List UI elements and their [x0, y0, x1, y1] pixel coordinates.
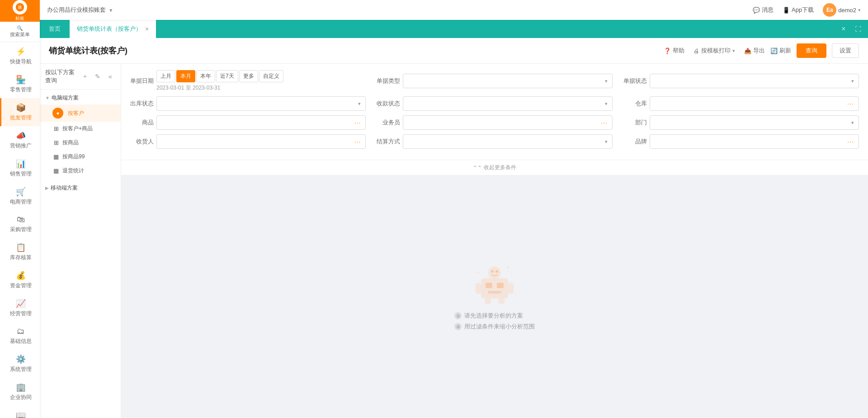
sidebar-search[interactable]: 🔍 搜索菜单 [0, 22, 40, 42]
sidebar-item-basic[interactable]: 🗂 基础信息 [0, 322, 40, 350]
mobile-expand-icon: ▶ [45, 185, 49, 190]
date-btn-last-month[interactable]: 上月 [156, 70, 175, 82]
inventory-icon: 📋 [16, 242, 26, 252]
template-print-btn[interactable]: 🖨 按模板打印 ▾ [690, 44, 739, 57]
svg-rect-3 [488, 291, 501, 294]
topbar: 办公用品行业模拟账套 ▾ 💬 消息 📱 App下载 Ea demo2 ▾ [40, 0, 868, 20]
quicknav-icon: ⚡ [16, 47, 26, 57]
app-download-btn[interactable]: 📱 App下载 [783, 6, 814, 14]
messages-btn[interactable]: 💬 消息 [753, 6, 774, 14]
out-status-select[interactable]: ▾ [156, 96, 366, 111]
collapse-bar[interactable]: ⌃⌃ 收起更多条件 [121, 160, 868, 176]
grid-icon-1: ⊞ [52, 125, 60, 133]
collection-status-select[interactable]: ▾ [403, 96, 612, 111]
receiver-control: ··· [156, 134, 366, 149]
department-filter-item: 部门 ▾ [623, 115, 859, 130]
add-scheme-btn[interactable]: ＋ [80, 71, 90, 81]
scheme-item-by-goods-99[interactable]: ▦ 按商品99 [40, 150, 121, 164]
desktop-group-header[interactable]: ▼ 电脑端方案 [40, 91, 121, 104]
industry-name: 办公用品行业模拟账套 [47, 6, 106, 14]
order-type-control: ▾ [403, 74, 612, 88]
date-btn-more[interactable]: 更多 [239, 70, 258, 82]
order-status-select[interactable]: ▾ [650, 74, 859, 88]
sidebar-item-ecommerce[interactable]: 🛒 电商管理 [0, 182, 40, 210]
dropdown-arrow-icon[interactable]: ▾ [109, 7, 113, 14]
sidebar-item-quick-nav[interactable]: ⚡ 快捷导航 [0, 42, 40, 70]
sidebar-item-sales[interactable]: 📊 销售管理 [0, 154, 40, 182]
out-status-caret: ▾ [358, 101, 361, 107]
edit-scheme-btn[interactable]: ✎ [93, 71, 103, 81]
svg-rect-2 [497, 283, 504, 288]
svg-rect-1 [486, 283, 492, 288]
print-dropdown-icon: ▾ [732, 48, 735, 54]
download-icon: 📱 [783, 7, 790, 14]
tabbar: 首页 销货单统计表（按客户） × × ⛶ [40, 20, 868, 38]
scheme-item-by-customer[interactable]: ● 按客户 [40, 104, 121, 122]
order-status-label: 单据状态 [623, 77, 647, 85]
out-status-control: ▾ [156, 96, 366, 111]
scheme-item-by-customer-goods[interactable]: ⊞ 按客户+商品 [40, 122, 121, 136]
export-icon: 📤 [744, 48, 751, 54]
refresh-icon: 🔄 [770, 48, 778, 54]
date-filter-control: 上月 本月 本年 近7天 更多 自定义 2023-03-01 至 2023-03… [156, 70, 366, 92]
close-tab-btn[interactable]: × [837, 23, 850, 35]
salesperson-dots: ··· [601, 119, 608, 126]
date-filter-item: 单据日期 上月 本月 本年 近7天 更多 自定义 20 [130, 70, 366, 92]
tab-close-icon[interactable]: × [145, 25, 149, 33]
department-select[interactable]: ▾ [650, 115, 859, 130]
sidebar-item-purchase[interactable]: 🛍 采购管理 [0, 210, 40, 238]
filter-area: 单据日期 上月 本月 本年 近7天 更多 自定义 20 [121, 64, 868, 160]
sidebar-item-wholesale[interactable]: 📦 批发管理 [0, 98, 40, 126]
goods-label: 商品 [130, 119, 154, 127]
main-area: 办公用品行业模拟账套 ▾ 💬 消息 📱 App下载 Ea demo2 ▾ 首页 … [40, 0, 868, 418]
sidebar-item-finance[interactable]: 💰 资金管理 [0, 266, 40, 294]
topbar-left: 办公用品行业模拟账套 ▾ [47, 6, 113, 14]
sidebar-item-retail[interactable]: 🏪 零售管理 [0, 70, 40, 98]
mobile-group-header[interactable]: ▶ 移动端方案 [40, 181, 121, 195]
settlement-select[interactable]: ▾ [403, 134, 612, 149]
expand-tab-btn[interactable]: ⛶ [852, 23, 864, 35]
scheme-item-by-goods[interactable]: ⊞ 按商品 [40, 136, 121, 150]
grid-icon-2: ⊞ [52, 139, 60, 147]
sales-icon: 📊 [16, 159, 26, 169]
sidebar-item-newbie[interactable]: 📖 新手引导 [0, 406, 40, 418]
settings-button[interactable]: 设置 [832, 43, 859, 58]
date-btn-this-year[interactable]: 本年 [196, 70, 215, 82]
svg-rect-7 [498, 299, 505, 304]
receiver-select[interactable]: ··· [156, 134, 366, 149]
logo-text: 标账 [15, 15, 24, 22]
sidebar-item-operations[interactable]: 📈 经营管理 [0, 294, 40, 322]
refresh-btn[interactable]: 🔄 刷新 [770, 47, 791, 55]
brand-filter-item: 品牌 ··· [623, 134, 859, 149]
sidebar-item-marketing[interactable]: 📣 营销推广 [0, 126, 40, 154]
collapse-panel-btn[interactable]: « [105, 71, 115, 81]
enterprise-icon: 🏢 [16, 382, 26, 392]
query-button[interactable]: 查询 [797, 43, 826, 58]
salesperson-select[interactable]: ··· [403, 115, 612, 130]
sidebar-item-enterprise[interactable]: 🏢 企业协同 [0, 378, 40, 406]
order-type-select[interactable]: ▾ [403, 74, 612, 88]
brand-select[interactable]: ··· [650, 134, 859, 149]
search-icon: 🔍 [17, 25, 23, 31]
sidebar-item-system[interactable]: ⚙️ 系统管理 [0, 350, 40, 378]
retail-icon: 🏪 [16, 75, 26, 85]
date-btn-this-month[interactable]: 本月 [176, 70, 195, 82]
export-btn[interactable]: 📤 导出 [744, 47, 765, 55]
help-btn[interactable]: ❓ 帮助 [664, 47, 684, 55]
settlement-caret: ▾ [605, 139, 608, 145]
page-header-actions: ❓ 帮助 🖨 按模板打印 ▾ 📤 导出 🔄 刷新 查询 设置 [664, 43, 859, 63]
user-menu[interactable]: Ea demo2 ▾ [823, 3, 861, 17]
basic-icon: 🗂 [17, 327, 25, 336]
sidebar-item-inventory[interactable]: 📋 库存核算 [0, 238, 40, 266]
empty-tip-2: ② 用过滤条件来缩小分析范围 [454, 323, 535, 331]
tab-sales-stat[interactable]: 销货单统计表（按客户） × [70, 20, 156, 38]
date-btn-custom[interactable]: 自定义 [259, 70, 283, 82]
goods-select[interactable]: ··· [156, 115, 366, 130]
logo-icon [13, 0, 27, 14]
date-btn-7days[interactable]: 近7天 [216, 70, 238, 82]
user-dropdown-icon: ▾ [858, 7, 861, 13]
warehouse-select[interactable]: ··· [650, 96, 859, 111]
tab-home[interactable]: 首页 [40, 20, 70, 38]
scheme-item-refund-stat[interactable]: ▦ 退货统计 [40, 164, 121, 178]
message-icon: 💬 [753, 7, 760, 14]
